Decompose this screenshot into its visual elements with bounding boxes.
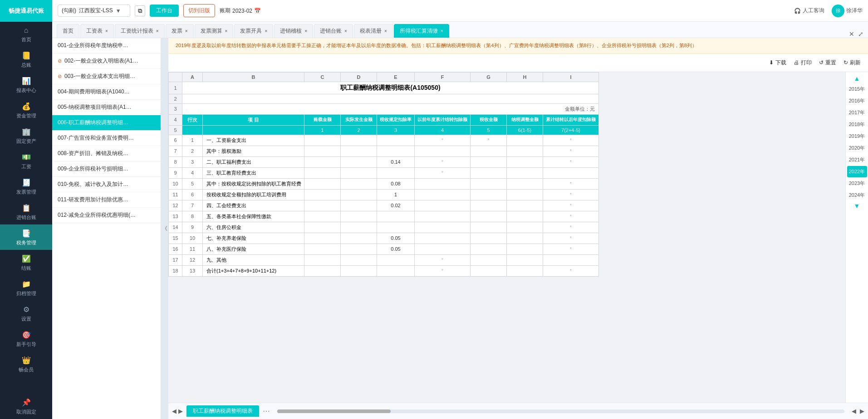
sidebar-item-guide[interactable]: 🎯 新手引导 <box>0 326 52 351</box>
row-col2[interactable] <box>341 200 377 211</box>
year-item-2017[interactable]: 2017年 <box>847 107 867 118</box>
row-col3[interactable]: 0.05 <box>377 244 415 254</box>
tab-4[interactable]: 发票测算× <box>195 24 234 38</box>
row-col7[interactable]: * <box>543 135 599 146</box>
row-col2[interactable] <box>341 156 377 167</box>
left-panel-item-008[interactable]: 008-资产折旧、摊销及纳税… <box>52 146 161 161</box>
row-col5[interactable] <box>471 167 507 178</box>
left-panel-item-005[interactable]: 005-纳税调整项目明细表(A1… <box>52 100 161 115</box>
row-col1[interactable] <box>304 200 341 211</box>
sidebar-item-cancel-fixed[interactable]: 📌 取消固定 <box>0 394 52 419</box>
tab-close-icon[interactable]: × <box>441 29 443 34</box>
row-col1[interactable] <box>304 244 341 254</box>
row-col3[interactable]: 0.14 <box>377 156 415 167</box>
row-col5[interactable] <box>471 156 507 167</box>
tab-0[interactable]: 首页 <box>57 24 79 38</box>
row-col6[interactable] <box>507 211 543 222</box>
tab-close-icon[interactable]: × <box>156 29 159 34</box>
tab-close-icon[interactable]: × <box>265 29 267 34</box>
row-col6[interactable] <box>507 146 543 156</box>
year-item-2024[interactable]: 2024年 <box>847 190 867 201</box>
row-col4[interactable] <box>415 200 471 211</box>
sidebar-item-close[interactable]: ✅ 结账 <box>0 250 52 275</box>
sidebar-item-fund[interactable]: 💰 资金管理 <box>0 97 52 123</box>
row-col1[interactable] <box>304 233 341 244</box>
row-col7[interactable]: * <box>543 265 599 276</box>
left-panel-item-001[interactable]: 001-企业所得税年度纳税申… <box>52 38 161 54</box>
user-menu[interactable]: 徐 徐泽华 <box>832 5 863 17</box>
row-col6[interactable] <box>507 135 543 146</box>
row-col4[interactable] <box>415 178 471 189</box>
row-col3[interactable] <box>377 167 415 178</box>
sidebar-item-purchase[interactable]: 📋 进销台账 <box>0 199 52 224</box>
row-col2[interactable] <box>341 244 377 254</box>
sheet-prev-button[interactable]: ◀ <box>172 408 177 414</box>
maximize-tab-button[interactable]: ⤢ <box>858 30 863 38</box>
close-tab-button[interactable]: ✕ <box>849 30 854 38</box>
row-col3[interactable]: 1 <box>377 189 415 200</box>
row-col6[interactable] <box>507 167 543 178</box>
sidebar-item-report[interactable]: 📊 报表中心 <box>0 72 52 97</box>
tab-2[interactable]: 工资统计报表× <box>115 24 165 38</box>
row-col5[interactable] <box>471 233 507 244</box>
row-col3[interactable]: 0.02 <box>377 200 415 211</box>
left-panel-item-004[interactable]: 004-期间费用明细表(A1040… <box>52 84 161 100</box>
print-button[interactable]: 🖨 打印 <box>794 59 812 67</box>
left-panel-item-006[interactable]: 006-职工薪酬纳税调整明细… <box>52 115 161 131</box>
row-col4[interactable]: * <box>415 135 471 146</box>
year-nav-up[interactable]: ▲ <box>853 74 861 83</box>
row-col4[interactable] <box>415 244 471 254</box>
row-col5[interactable] <box>471 178 507 189</box>
left-panel-item-007[interactable]: 007-广告宣传和业务宣传费明… <box>52 131 161 146</box>
row-col3[interactable] <box>377 265 415 276</box>
refresh-button[interactable]: ↻ 刷新 <box>843 59 861 67</box>
row-col1[interactable] <box>304 189 341 200</box>
row-col7[interactable]: * <box>543 146 599 156</box>
row-col7[interactable]: * <box>543 222 599 233</box>
row-col7[interactable]: * <box>543 189 599 200</box>
row-col1[interactable] <box>304 211 341 222</box>
row-col3[interactable]: 0.05 <box>377 233 415 244</box>
tab-7[interactable]: 进销台账× <box>314 24 353 38</box>
row-col7[interactable]: * <box>543 211 599 222</box>
row-col7[interactable] <box>543 254 599 265</box>
row-col5[interactable] <box>471 254 507 265</box>
year-item-2021[interactable]: 2021年 <box>847 154 867 166</box>
collapse-panel-button[interactable]: 《 <box>161 38 168 419</box>
row-col6[interactable] <box>507 178 543 189</box>
row-col4[interactable] <box>415 146 471 156</box>
row-col2[interactable] <box>341 135 377 146</box>
sidebar-item-assets[interactable]: 🏢 固定资产 <box>0 123 52 148</box>
company-selector[interactable]: (勾剔) 江西股宝-LSS ▼ <box>58 5 130 17</box>
copy-icon[interactable]: ⧉ <box>135 5 145 16</box>
row-col1[interactable] <box>304 265 341 276</box>
row-col3[interactable] <box>377 135 415 146</box>
sidebar-item-ledger[interactable]: 📒 总账 <box>0 47 52 72</box>
row-col6[interactable] <box>507 254 543 265</box>
sheet-tab[interactable]: 职工薪酬纳税调整明细表 <box>186 405 259 417</box>
sidebar-item-member[interactable]: 👑 畅会员 <box>0 351 52 377</box>
tab-close-icon[interactable]: × <box>344 29 347 34</box>
tab-close-icon[interactable]: × <box>185 29 188 34</box>
row-col4[interactable] <box>415 222 471 233</box>
row-col2[interactable] <box>341 178 377 189</box>
row-col7[interactable]: * <box>543 156 599 167</box>
row-col2[interactable] <box>341 189 377 200</box>
left-panel-item-011[interactable]: 011-研发费用加计扣除优惠… <box>52 192 161 208</box>
period-selector[interactable]: 账期 2023-02 📅 <box>220 7 261 15</box>
left-panel-item-010[interactable]: 010-免税、减计收入及加计… <box>52 177 161 192</box>
left-panel-item-003[interactable]: ⊘003-一般企业成本支出明细… <box>52 69 161 84</box>
tab-close-icon[interactable]: × <box>384 29 387 34</box>
row-col3[interactable] <box>377 254 415 265</box>
row-col2[interactable] <box>341 146 377 156</box>
tab-3[interactable]: 发票× <box>166 24 194 38</box>
row-col4[interactable] <box>415 211 471 222</box>
tab-close-icon[interactable]: × <box>225 29 228 34</box>
row-col1[interactable] <box>304 254 341 265</box>
row-col3[interactable] <box>377 222 415 233</box>
row-col5[interactable] <box>471 244 507 254</box>
row-col2[interactable] <box>341 265 377 276</box>
sidebar-item-tax[interactable]: 📑 税务管理 <box>0 224 52 250</box>
service-button[interactable]: 🎧 人工客询 <box>794 7 824 15</box>
left-panel-item-012[interactable]: 012-减免企业所得税优惠明细(… <box>52 208 161 223</box>
